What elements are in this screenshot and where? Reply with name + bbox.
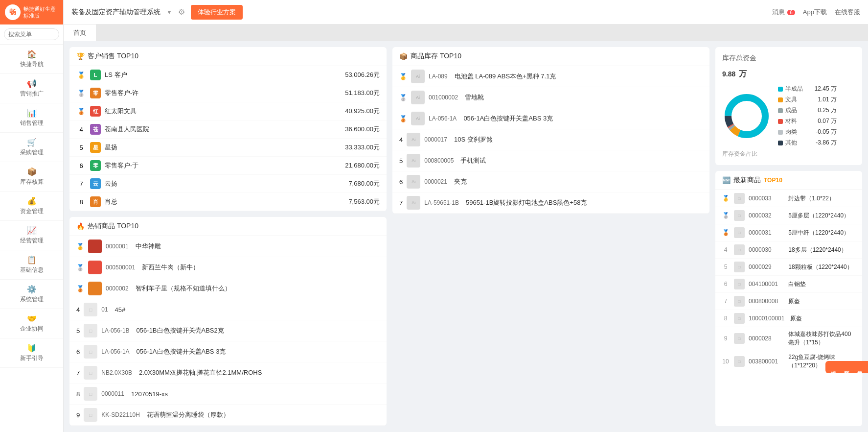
list-item: 🥇 Ai LA-089 电池盖 LA-089 ABS本色+黑种 7.1克: [392, 66, 709, 87]
hot-products-header: 🔥 热销商品 TOP10: [69, 217, 387, 236]
inv-rank: 4: [399, 136, 403, 144]
np-code: 0000032: [749, 212, 782, 219]
sidebar-item[interactable]: 📊 销售管理: [0, 103, 63, 133]
np-image: □: [734, 227, 745, 238]
new-products-header: 🆕 最新商品 TOP10: [715, 171, 862, 190]
product-rank: 9: [76, 411, 80, 419]
product-rank: 4: [76, 306, 80, 313]
message-area[interactable]: 消息 6: [772, 8, 795, 17]
new-products-top10: TOP10: [764, 177, 782, 184]
nav-label: 系统管理: [20, 295, 44, 304]
legend-label: 半成品: [785, 85, 812, 93]
customer-badge: 红: [90, 106, 101, 117]
search-input[interactable]: [4, 28, 59, 40]
legend-dot: [778, 119, 783, 124]
inv-image: Ai: [411, 91, 425, 104]
product-code: 0000002: [106, 285, 129, 292]
inv-image: Ai: [407, 154, 420, 168]
np-code: 10000100001: [749, 315, 784, 322]
float-button[interactable]: 客服热线: [854, 364, 866, 370]
float-button[interactable]: 直播: [827, 364, 840, 370]
list-item: 🥈 □ 0000032 5厘多层（1220*2440）: [715, 207, 862, 224]
legend-item: 半成品 12.45 万: [778, 85, 837, 93]
nav-label: 销售管理: [20, 119, 44, 127]
inventory-rank-list: 🥇 Ai LA-089 电池盖 LA-089 ABS本色+黑种 7.1克 🥈 A…: [392, 66, 709, 214]
customer-badge: 零: [90, 88, 101, 98]
tab-bar: 首页: [64, 24, 868, 41]
table-row: 🥇 L LS 客户 53,006.26元: [69, 66, 387, 84]
product-rank: 8: [76, 390, 80, 398]
customer-amount: 33,333.00元: [345, 143, 380, 152]
np-rank: 9: [721, 335, 730, 342]
np-rank: 🥈: [721, 212, 730, 219]
np-code: 003800001: [749, 358, 782, 365]
nav-icon: 📊: [27, 108, 37, 118]
customer-name: 零售客户-许: [105, 89, 341, 97]
inventory-col: 📦 商品库存 TOP10 🥇 Ai LA-089 电池盖 LA-089 ABS本…: [392, 47, 709, 426]
sidebar-item[interactable]: 💰 资金管理: [0, 192, 63, 221]
product-rank: 🥉: [76, 285, 84, 292]
sidebar-item[interactable]: 📈 经营管理: [0, 221, 63, 250]
table-row: 6 零 零售客户-于 21,680.00元: [69, 157, 387, 175]
app-download[interactable]: App下载: [803, 8, 827, 17]
nav-label: 营销推广: [20, 90, 44, 98]
content: 🏆 客户销售 TOP10 🥇 L LS 客户 53,006.26元 🥈 零 零售…: [64, 41, 868, 432]
legend-value: -3.86 万: [816, 139, 837, 147]
np-name: 白钢垫: [788, 280, 856, 288]
customer-badge: 星: [90, 142, 101, 153]
float-button[interactable]: 服务社区: [841, 364, 853, 370]
list-item: 🥈 Ai 001000002 雪地靴: [392, 87, 709, 108]
product-name: 新西兰牛肉（新牛）: [142, 263, 199, 272]
np-code: 0000033: [749, 195, 782, 202]
sidebar-item[interactable]: 📢 营销推广: [0, 74, 63, 103]
sidebar-item[interactable]: 📦 库存核算: [0, 162, 63, 192]
np-rank: 4: [721, 246, 730, 253]
list-item: 🥈 000500001 新西兰牛肉（新牛）: [69, 257, 387, 278]
np-name: 封边带（1.0*22）: [788, 194, 856, 203]
customer-amount: 21,680.00元: [345, 161, 380, 170]
try-solution-button[interactable]: 体验行业方案: [191, 5, 243, 20]
list-item: 7 □ 000800008 原盔: [715, 293, 862, 310]
np-image: □: [734, 210, 745, 221]
sidebar-item[interactable]: 🔰 新手引导: [0, 338, 63, 368]
float-panel: 客服热线服务社区直播: [825, 361, 868, 373]
nav-label: 资金管理: [20, 207, 44, 216]
list-item: 9 □ KK-SD22110H 花语萌恒温分离睡袋（厚款）: [69, 405, 387, 426]
tab-item[interactable]: 首页: [64, 24, 96, 41]
nav-label: 库存核算: [20, 178, 44, 186]
product-image: □: [84, 366, 97, 380]
list-item: 6 Ai 0000021 夹克: [392, 171, 709, 192]
legend-item: 成品 0.25 万: [778, 106, 837, 115]
list-item: 9 □ 0000028 体城嘉枝味苏打饮品400毫升（1*15）: [715, 327, 862, 350]
sidebar-item[interactable]: 📋 基础信息: [0, 250, 63, 280]
sidebar-logo: 畅 畅捷通好生意 标准版: [0, 0, 63, 24]
inventory-rank-panel: 📦 商品库存 TOP10 🥇 Ai LA-089 电池盖 LA-089 ABS本…: [392, 47, 709, 214]
dropdown-icon[interactable]: ▼: [166, 9, 172, 16]
customer-rank-list: 🥇 L LS 客户 53,006.26元 🥈 零 零售客户-许 51,183.0…: [69, 66, 387, 211]
product-code: 0000001: [106, 243, 129, 250]
customer-name: 苍南县人民医院: [105, 125, 341, 134]
nav-icon: 📢: [27, 79, 37, 88]
gear-icon[interactable]: ⚙: [178, 7, 185, 17]
sidebar-item[interactable]: 🛒 采购管理: [0, 133, 63, 162]
nav-icon: 🔰: [27, 343, 37, 353]
customer-amount: 7,563.00元: [348, 197, 380, 206]
list-item: 🥇 □ 0000033 封边带（1.0*22）: [715, 190, 862, 207]
legend-dot: [778, 97, 783, 102]
sidebar-item[interactable]: ⚙️ 系统管理: [0, 280, 63, 309]
product-image: □: [84, 387, 97, 401]
list-item: 5 □ 0000029 18颗粒板（1220*2440）: [715, 259, 862, 276]
inv-code: 001000002: [429, 94, 458, 101]
online-service[interactable]: 在线客服: [835, 8, 860, 17]
np-image: □: [734, 356, 745, 367]
product-rank: 6: [76, 348, 80, 356]
legend-label: 材料: [785, 117, 815, 125]
sidebar-item[interactable]: 🏠 快捷导航: [0, 45, 63, 74]
np-rank: 6: [721, 281, 730, 288]
np-name: 原盔: [788, 297, 856, 306]
nav-label: 快捷导航: [20, 60, 44, 69]
sidebar-item[interactable]: 🤝 企业协同: [0, 309, 63, 338]
nav-icon: 📈: [27, 226, 37, 235]
inventory-summary-card: 库存总资金 9.88 万: [715, 47, 862, 165]
nav-label: 经营管理: [20, 237, 44, 245]
